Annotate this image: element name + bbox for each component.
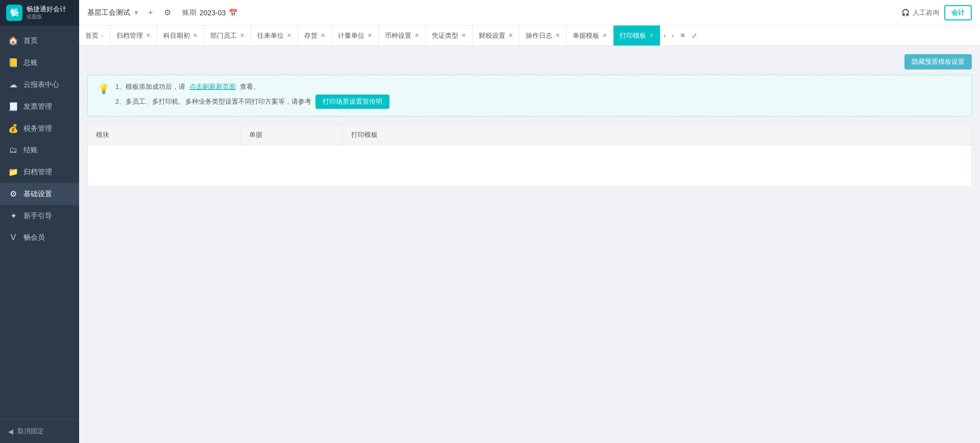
headset-icon: 🎧 <box>901 9 910 16</box>
tab-op-log-label: 操作日志 <box>526 31 552 40</box>
info-line1-suffix: 查看。 <box>240 82 260 91</box>
sidebar-item-label: 归档管理 <box>23 168 52 177</box>
col-print-template: 打印模板 <box>343 125 971 145</box>
period-display: 账期 2023-03 📅 <box>182 8 237 17</box>
member-icon: V <box>8 233 18 242</box>
unpin-icon: ◀ <box>8 428 13 435</box>
tab-print-template-close-icon[interactable]: ✕ <box>649 32 654 39</box>
tab-voucher-type-close-icon[interactable]: ✕ <box>461 32 466 39</box>
tab-dept-employee[interactable]: 部门员工 ✕ <box>204 26 251 45</box>
tab-currency-close-icon[interactable]: ✕ <box>414 32 419 39</box>
sidebar: 畅 畅捷通好会计 试题版 🏠 首页 📒 总账 ☁ 云报表中心 🧾 发票管理 💰 … <box>0 0 79 443</box>
tab-contacts-label: 往来单位 <box>257 31 284 40</box>
tab-voucher-type[interactable]: 凭证类型 ✕ <box>426 26 473 45</box>
col-module: 模块 <box>88 125 241 145</box>
period-label: 账期 <box>182 8 197 17</box>
tab-close-all[interactable]: ✕ <box>677 26 689 45</box>
sidebar-nav: 🏠 首页 📒 总账 ☁ 云报表中心 🧾 发票管理 💰 税务管理 🗂 结账 📁 归… <box>0 26 79 419</box>
home-icon: 🏠 <box>8 36 18 45</box>
tab-single-template-label: 单据模板 <box>573 31 599 40</box>
tab-op-log-close-icon[interactable]: ✕ <box>555 32 560 39</box>
refresh-link[interactable]: 点击刷新新页面 <box>189 82 236 91</box>
close-account-icon: 🗂 <box>8 146 18 155</box>
info-box: 💡 1、模板添加成功后，请 点击刷新新页面 查看。 2、多员工、多打印机、多种业… <box>87 75 972 116</box>
tab-unit-close-icon[interactable]: ✕ <box>368 32 372 39</box>
tab-unit[interactable]: 计量单位 ✕ <box>332 26 379 45</box>
company-name: 基层工会测试 <box>87 8 130 17</box>
sidebar-item-member[interactable]: V 畅会员 <box>0 227 79 248</box>
info-box-content: 1、模板添加成功后，请 点击刷新新页面 查看。 2、多员工、多打印机、多种业务类… <box>115 82 961 109</box>
tab-archive-mgmt-close-icon[interactable]: ✕ <box>146 32 151 39</box>
info-line-2: 2、多员工、多打印机、多种业务类型设置不同打印方案等，请参考 打印场景设置宣传明 <box>115 95 961 109</box>
tab-subject-init[interactable]: 科目期初 ✕ <box>157 26 204 45</box>
service-label: 人工咨询 <box>913 8 939 17</box>
sidebar-item-tax[interactable]: 💰 税务管理 <box>0 118 79 139</box>
settings-gear-icon[interactable]: ⚙ <box>162 8 173 17</box>
sidebar-item-label: 畅会员 <box>23 233 45 242</box>
tab-currency[interactable]: 币种设置 ✕ <box>379 26 426 45</box>
info-line-1: 1、模板添加成功后，请 点击刷新新页面 查看。 <box>115 82 961 91</box>
info-line1-prefix: 1、模板添加成功后，请 <box>115 82 185 91</box>
sidebar-footer-unpin[interactable]: ◀ 取消固定 <box>0 419 79 443</box>
sidebar-item-guide[interactable]: ✦ 新手引导 <box>0 205 79 227</box>
tab-archive-mgmt-label: 归档管理 <box>116 31 143 40</box>
tab-dept-employee-label: 部门员工 <box>210 31 237 40</box>
tab-inventory-close-icon[interactable]: ✕ <box>321 32 325 39</box>
tab-contacts-close-icon[interactable]: ✕ <box>287 32 291 39</box>
archive-icon: 📁 <box>8 167 18 177</box>
sidebar-item-basic-settings[interactable]: ⚙ 基础设置 <box>0 183 79 205</box>
tax-icon: 💰 <box>8 124 18 133</box>
accountant-button[interactable]: 会计 <box>944 5 972 20</box>
sidebar-item-cloud-report[interactable]: ☁ 云报表中心 <box>0 74 79 96</box>
tab-contacts[interactable]: 往来单位 ✕ <box>251 26 298 45</box>
service-button[interactable]: 🎧 人工咨询 <box>901 8 939 17</box>
tab-tax-settings-close-icon[interactable]: ✕ <box>508 32 513 39</box>
sidebar-item-label: 基础设置 <box>23 190 52 199</box>
tab-print-template[interactable]: 打印模板 ✕ <box>614 26 660 45</box>
print-scene-button[interactable]: 打印场景设置宣传明 <box>315 95 389 109</box>
table-body <box>88 145 971 186</box>
tab-single-template-close-icon[interactable]: ✕ <box>602 32 607 39</box>
sidebar-item-close-account[interactable]: 🗂 结账 <box>0 139 79 161</box>
tab-op-log[interactable]: 操作日志 ✕ <box>520 26 567 45</box>
settings-icon: ⚙ <box>8 189 18 199</box>
tab-scroll-right[interactable]: › <box>669 26 677 45</box>
invoice-icon: 🧾 <box>8 102 18 111</box>
add-tab-button[interactable]: ＋ <box>144 7 157 18</box>
sidebar-item-label: 云报表中心 <box>23 80 59 89</box>
tab-tax-settings[interactable]: 财税设置 ✕ <box>473 26 520 45</box>
company-selector[interactable]: 基层工会测试 ▼ <box>87 8 139 17</box>
tab-subject-init-label: 科目期初 <box>163 31 190 40</box>
tab-home[interactable]: 首页 ‹ <box>79 26 110 45</box>
tab-subject-init-close-icon[interactable]: ✕ <box>193 32 198 39</box>
sidebar-item-label: 首页 <box>23 36 38 45</box>
sidebar-item-label: 新手引导 <box>23 212 52 221</box>
ledger-icon: 📒 <box>8 58 18 67</box>
data-table: 模块 单据 打印模板 <box>87 125 972 186</box>
tab-single-template[interactable]: 单据模板 ✕ <box>567 26 614 45</box>
tab-unit-label: 计量单位 <box>338 31 364 40</box>
tab-dept-employee-close-icon[interactable]: ✕ <box>240 32 244 39</box>
content-area: 隐藏预置模板设置 💡 1、模板添加成功后，请 点击刷新新页面 查看。 2、多员工… <box>79 46 980 443</box>
calendar-icon[interactable]: 📅 <box>229 9 237 17</box>
table-header: 模块 单据 打印模板 <box>88 125 971 145</box>
tab-inventory-label: 存货 <box>304 31 317 40</box>
topbar: 基层工会测试 ▼ ＋ ⚙ 账期 2023-03 📅 🎧 人工咨询 会计 <box>79 0 980 26</box>
content-header: 隐藏预置模板设置 <box>87 54 972 69</box>
sidebar-item-archive[interactable]: 📁 归档管理 <box>0 161 79 183</box>
tab-scroll-left[interactable]: ‹ <box>660 26 669 45</box>
tab-inventory[interactable]: 存货 ✕ <box>298 26 332 45</box>
tab-print-template-label: 打印模板 <box>620 31 646 40</box>
tab-home-label: 首页 <box>85 31 99 40</box>
hide-template-button[interactable]: 隐藏预置模板设置 <box>904 54 972 69</box>
sidebar-item-invoice[interactable]: 🧾 发票管理 <box>0 96 79 118</box>
tab-archive-mgmt[interactable]: 归档管理 ✕ <box>110 26 157 45</box>
period-value: 2023-03 <box>200 9 226 17</box>
tab-currency-label: 币种设置 <box>385 31 411 40</box>
sidebar-logo: 畅 畅捷通好会计 试题版 <box>0 0 79 26</box>
tab-expand[interactable]: ⤢ <box>689 26 700 45</box>
cloud-icon: ☁ <box>8 80 18 89</box>
sidebar-item-home[interactable]: 🏠 首页 <box>0 30 79 52</box>
guide-icon: ✦ <box>8 211 18 221</box>
sidebar-item-ledger[interactable]: 📒 总账 <box>0 52 79 74</box>
